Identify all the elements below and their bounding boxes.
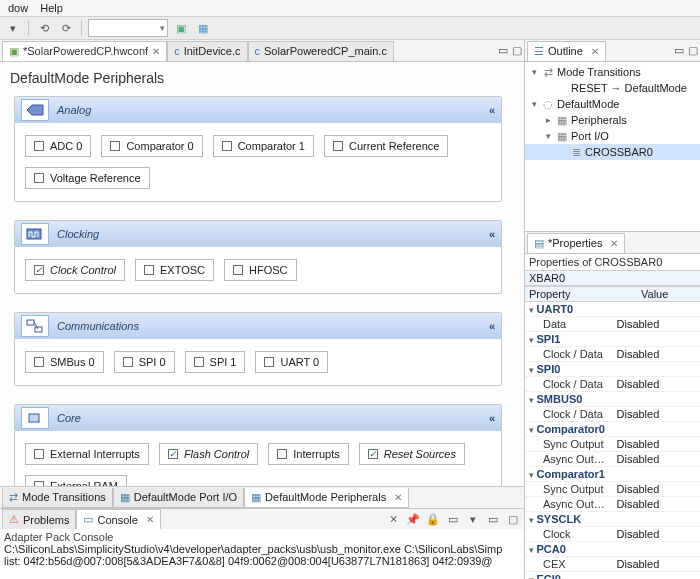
console-title: Adapter Pack Console — [4, 531, 520, 543]
maximize-icon[interactable]: ▢ — [686, 44, 700, 57]
property-value[interactable]: Disabled — [613, 347, 701, 362]
panel-header[interactable]: Analog « — [15, 97, 501, 123]
property-value[interactable]: Disabled — [613, 527, 701, 542]
peripheral-chip[interactable]: External Interrupts — [25, 443, 149, 465]
peripheral-chip[interactable]: Current Reference — [324, 135, 449, 157]
property-row[interactable]: SPI1 — [525, 332, 700, 347]
property-row[interactable]: PCA0 — [525, 542, 700, 557]
property-row[interactable]: Comparator1 — [525, 467, 700, 482]
tree-row[interactable]: ▾▦Port I/O — [525, 128, 700, 144]
bottom-tab[interactable]: ▦DefaultMode Port I/O — [113, 488, 244, 508]
toolbar-combo[interactable]: ▾ — [88, 19, 168, 37]
console-tab[interactable]: ▭Console✕ — [76, 509, 160, 529]
collapse-icon[interactable]: « — [489, 412, 495, 424]
peripheral-chip[interactable]: SPI 1 — [185, 351, 246, 373]
twisty-icon[interactable]: ▸ — [543, 115, 553, 125]
close-icon[interactable]: ✕ — [591, 46, 599, 57]
tree-row[interactable]: ▾◌DefaultMode — [525, 96, 700, 112]
property-value[interactable]: Disabled — [613, 437, 701, 452]
panel-header[interactable]: Communications « — [15, 313, 501, 339]
console-tab[interactable]: ⚠Problems — [2, 509, 76, 529]
peripheral-chip[interactable]: Clock Control — [25, 259, 125, 281]
bottom-tab[interactable]: ⇄Mode Transitions — [2, 488, 113, 508]
property-row[interactable]: DataDisabled — [525, 317, 700, 332]
property-row[interactable]: ClockDisabled — [525, 527, 700, 542]
property-row[interactable]: Sync OutputDisabled — [525, 437, 700, 452]
properties-root-row[interactable]: XBAR0 — [525, 270, 700, 286]
editor-tab[interactable]: c InitDevice.c — [167, 41, 247, 61]
property-row[interactable]: SPI0 — [525, 362, 700, 377]
minimize-icon[interactable]: ▭ — [672, 44, 686, 57]
peripheral-chip[interactable]: UART 0 — [255, 351, 328, 373]
peripheral-chip[interactable]: Reset Sources — [359, 443, 465, 465]
property-value[interactable]: Disabled — [613, 557, 701, 572]
property-value[interactable]: Disabled — [613, 482, 701, 497]
new-icon[interactable]: ▾ — [4, 19, 22, 37]
property-row[interactable]: Async OutputDisabled — [525, 452, 700, 467]
property-row[interactable]: Clock / DataDisabled — [525, 407, 700, 422]
outline-tab[interactable]: ☰Outline✕ — [527, 41, 606, 61]
tree-row[interactable]: RESET → DefaultMode — [525, 80, 700, 96]
twisty-icon[interactable]: ▾ — [529, 67, 539, 77]
bottom-tab[interactable]: ▦DefaultMode Peripherals✕ — [244, 488, 409, 508]
panel-header[interactable]: Core « — [15, 405, 501, 431]
peripheral-chip[interactable]: SPI 0 — [114, 351, 175, 373]
peripheral-chip[interactable]: Comparator 0 — [101, 135, 202, 157]
close-icon[interactable]: ✕ — [146, 514, 154, 525]
tree-row[interactable]: ▾⇄Mode Transitions — [525, 64, 700, 80]
editor-tab[interactable]: ▣ *SolarPoweredCP.hwconf ✕ — [2, 41, 167, 61]
tree-row[interactable]: ≣CROSSBAR0 — [525, 144, 700, 160]
property-row[interactable]: UART0 — [525, 302, 700, 317]
maximize-icon[interactable]: ▢ — [504, 510, 522, 528]
clear-icon[interactable]: ⨯ — [384, 510, 402, 528]
dropdown-icon[interactable]: ▾ — [464, 510, 482, 528]
close-icon[interactable]: ✕ — [394, 492, 402, 503]
collapse-icon[interactable]: « — [489, 228, 495, 240]
peripheral-chip[interactable]: External RAM — [25, 475, 127, 486]
peripheral-chip[interactable]: SMBus 0 — [25, 351, 104, 373]
peripheral-chip[interactable]: Interrupts — [268, 443, 348, 465]
twisty-icon[interactable]: ▾ — [543, 131, 553, 141]
editor-tab[interactable]: c SolarPoweredCP_main.c — [248, 41, 394, 61]
peripheral-chip[interactable]: Flash Control — [159, 443, 258, 465]
panel-header[interactable]: Clocking « — [15, 221, 501, 247]
property-row[interactable]: Async OutputDisabled — [525, 497, 700, 512]
property-value[interactable]: Disabled — [613, 497, 701, 512]
property-row[interactable]: SYSCLK — [525, 512, 700, 527]
peripheral-chip[interactable]: ADC 0 — [25, 135, 91, 157]
property-row[interactable]: Clock / DataDisabled — [525, 377, 700, 392]
menu-item[interactable]: Help — [40, 2, 63, 14]
forward-icon[interactable]: ⟳ — [57, 19, 75, 37]
tool-icon[interactable]: ▦ — [194, 19, 212, 37]
properties-tab[interactable]: ▤*Properties✕ — [527, 233, 625, 253]
peripheral-chip[interactable]: HFOSC — [224, 259, 297, 281]
property-value[interactable]: Disabled — [613, 452, 701, 467]
property-value[interactable]: Disabled — [613, 407, 701, 422]
property-row[interactable]: Comparator0 — [525, 422, 700, 437]
pin-icon[interactable]: 📌 — [404, 510, 422, 528]
property-row[interactable]: CEXDisabled — [525, 557, 700, 572]
peripheral-chip[interactable]: EXTOSC — [135, 259, 214, 281]
maximize-icon[interactable]: ▢ — [510, 44, 524, 57]
property-row[interactable]: SMBUS0 — [525, 392, 700, 407]
property-value[interactable]: Disabled — [613, 317, 701, 332]
property-row[interactable]: ECI0 — [525, 572, 700, 580]
collapse-icon[interactable]: « — [489, 320, 495, 332]
back-icon[interactable]: ⟲ — [35, 19, 53, 37]
property-row[interactable]: Sync OutputDisabled — [525, 482, 700, 497]
tool-icon[interactable]: ▣ — [172, 19, 190, 37]
collapse-icon[interactable]: « — [489, 104, 495, 116]
peripheral-chip[interactable]: Voltage Reference — [25, 167, 150, 189]
minimize-icon[interactable]: ▭ — [496, 44, 510, 57]
close-icon[interactable]: ✕ — [610, 238, 618, 249]
terminal-icon[interactable]: ▭ — [444, 510, 462, 528]
tree-row[interactable]: ▸▦Peripherals — [525, 112, 700, 128]
property-value[interactable]: Disabled — [613, 377, 701, 392]
property-row[interactable]: Clock / DataDisabled — [525, 347, 700, 362]
minimize-icon[interactable]: ▭ — [484, 510, 502, 528]
twisty-icon[interactable]: ▾ — [529, 99, 539, 109]
menu-item[interactable]: dow — [8, 2, 28, 14]
close-icon[interactable]: ✕ — [152, 46, 160, 57]
scroll-lock-icon[interactable]: 🔒 — [424, 510, 442, 528]
peripheral-chip[interactable]: Comparator 1 — [213, 135, 314, 157]
